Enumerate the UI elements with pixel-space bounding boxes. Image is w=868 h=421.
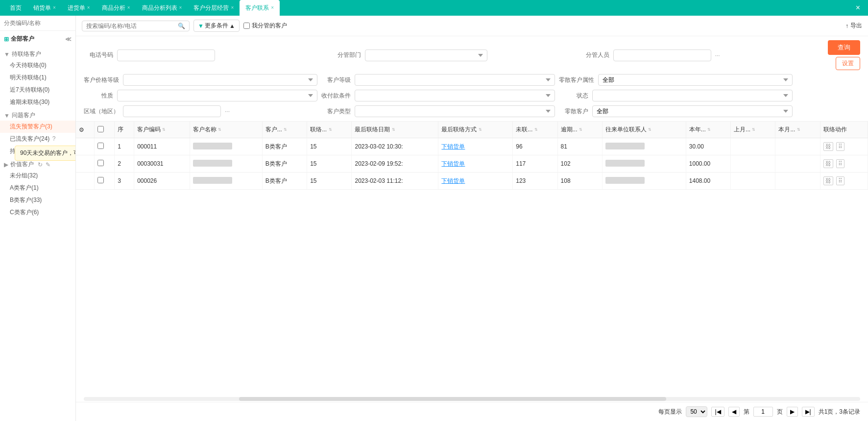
- sidebar-search-input[interactable]: [4, 20, 76, 26]
- col-last-month[interactable]: 上月... ⇅: [731, 122, 775, 138]
- search-input[interactable]: [86, 23, 178, 29]
- my-customers-check[interactable]: [243, 23, 250, 29]
- adv-select-scattered[interactable]: 全部: [592, 105, 793, 117]
- sidebar-item-class-a[interactable]: A类客户(1): [0, 182, 75, 194]
- adv-select-nature[interactable]: [117, 90, 317, 101]
- col-type[interactable]: 客户... ⇅: [262, 122, 307, 138]
- sort-icon-this-year: ⇅: [707, 127, 711, 132]
- sidebar-group-pending[interactable]: ▼ 待联络客户: [0, 47, 75, 59]
- edit-icon[interactable]: ✎: [46, 161, 50, 168]
- refresh-icon[interactable]: ↻: [38, 161, 43, 168]
- adv-label-price-level: 客户价格等级: [84, 76, 119, 84]
- col-contacts[interactable]: 往来单位联系人 ⇅: [602, 122, 686, 138]
- action-menu-icon-1[interactable]: ⠿: [836, 159, 844, 168]
- action-link-icon-1[interactable]: ⛓: [823, 159, 833, 168]
- adv-label-scattered-attr: 零散客户属性: [559, 76, 594, 84]
- tab-sales[interactable]: 销货单 ×: [27, 0, 62, 16]
- col-settings[interactable]: ⚙: [76, 122, 94, 138]
- first-page-button[interactable]: |◀: [711, 407, 724, 417]
- close-icon-sales[interactable]: ×: [53, 0, 56, 16]
- sidebar-item-overdue[interactable]: 逾期未联络(30): [0, 96, 75, 108]
- sidebar-all-customers[interactable]: ⊞ 全部客户 ≪: [0, 31, 75, 47]
- prev-page-button[interactable]: ◀: [728, 407, 740, 417]
- query-button[interactable]: 查询: [828, 40, 860, 55]
- sidebar-item-churn-warning[interactable]: 流失预警客户(3): [0, 121, 75, 133]
- col-overdue[interactable]: 逾期... ⇅: [557, 122, 602, 138]
- cell-last-method-1[interactable]: 下销货单: [438, 155, 513, 173]
- adv-select-price-level[interactable]: [123, 74, 317, 86]
- last-page-button[interactable]: ▶|: [802, 407, 815, 417]
- sidebar-item-class-b[interactable]: B类客户(33): [0, 194, 75, 206]
- export-button[interactable]: ↑ 导出: [845, 22, 862, 30]
- sidebar-all-customers-label: 全部客户: [11, 35, 34, 43]
- adv-select-status[interactable]: [592, 90, 793, 101]
- sidebar-item-7days[interactable]: 近7天待联络(0): [0, 84, 75, 96]
- content-area: 🔍 ▼ 更多条件 ▲ 我分管的客户 ↑ 导出 电话号码: [76, 16, 868, 421]
- tab-customer-layer[interactable]: 客户分层经营 ×: [188, 0, 240, 16]
- settings-button[interactable]: 设置: [836, 57, 860, 70]
- adv-input-manager[interactable]: [613, 50, 711, 61]
- cell-this-year-2: 1408.00: [686, 173, 730, 190]
- close-icon-analysis[interactable]: ×: [127, 0, 130, 16]
- adv-select-customer-level[interactable]: [355, 74, 555, 86]
- close-icon-purchase[interactable]: ×: [87, 0, 90, 16]
- close-icon-customer-layer[interactable]: ×: [231, 0, 234, 16]
- tab-customer-contact[interactable]: 客户联系 ×: [240, 0, 280, 16]
- row-checkbox-2[interactable]: [97, 177, 104, 183]
- my-customers-checkbox[interactable]: 我分管的客户: [243, 22, 287, 30]
- col-code[interactable]: 客户编码 ⇅: [134, 122, 190, 138]
- sidebar-item-today[interactable]: 今天待联络(0): [0, 59, 75, 72]
- action-link-icon-2[interactable]: ⛓: [823, 176, 833, 185]
- last-method-link-2[interactable]: 下销货单: [441, 177, 465, 184]
- sidebar-group-problem[interactable]: ▼ 问题客户: [0, 108, 75, 121]
- cell-checkbox-1[interactable]: [94, 155, 114, 173]
- region-dots-icon[interactable]: ···: [225, 108, 230, 115]
- col-contact[interactable]: 联络... ⇅: [307, 122, 352, 138]
- cell-checkbox-2[interactable]: [94, 173, 114, 190]
- page-number-input[interactable]: [753, 407, 773, 417]
- last-method-link-1[interactable]: 下销货单: [441, 160, 465, 167]
- adv-select-customer-type[interactable]: [355, 105, 555, 117]
- home-tab[interactable]: 首页: [4, 0, 27, 16]
- tab-analysis[interactable]: 商品分析 ×: [96, 0, 136, 16]
- row-checkbox-1[interactable]: [97, 160, 104, 166]
- per-page-select[interactable]: 50: [686, 406, 707, 417]
- more-conditions-button[interactable]: ▼ 更多条件 ▲: [193, 20, 240, 32]
- col-last-method[interactable]: 最后联络方式 ⇅: [438, 122, 513, 138]
- sidebar-item-class-c[interactable]: C类客户(6): [0, 206, 75, 219]
- sidebar-item-tomorrow[interactable]: 明天待联络(1): [0, 72, 75, 84]
- action-link-icon-0[interactable]: ⛓: [823, 142, 833, 151]
- col-this-year[interactable]: 本年... ⇅: [686, 122, 730, 138]
- sidebar-item-ungrouped[interactable]: 未分组(32): [0, 170, 75, 182]
- settings-icon[interactable]: ⚙: [79, 126, 84, 133]
- cell-checkbox-0[interactable]: [94, 138, 114, 155]
- next-page-button[interactable]: ▶: [787, 407, 798, 417]
- manager-dots-icon[interactable]: ···: [715, 52, 720, 59]
- close-window-button[interactable]: ×: [852, 3, 864, 12]
- col-last-date[interactable]: 最后联络日期 ⇅: [352, 122, 438, 138]
- col-unlinked[interactable]: 未联... ⇅: [513, 122, 557, 138]
- select-all-checkbox[interactable]: [97, 126, 104, 132]
- adv-select-dept[interactable]: [365, 50, 487, 61]
- tab-purchase[interactable]: 进货单 ×: [62, 0, 96, 16]
- adv-input-phone[interactable]: [117, 50, 215, 61]
- adv-select-scattered-attr[interactable]: 全部: [598, 74, 793, 86]
- adv-field-phone: 电话号码: [84, 50, 328, 61]
- tab-label-purchase: 进货单: [68, 0, 85, 16]
- action-menu-icon-2[interactable]: ⠿: [836, 176, 844, 185]
- search-button-icon[interactable]: 🔍: [178, 23, 185, 29]
- close-icon-analysis-list[interactable]: ×: [179, 0, 182, 16]
- col-this-month[interactable]: 本月... ⇅: [775, 122, 820, 138]
- cell-last-method-0[interactable]: 下销货单: [438, 138, 513, 155]
- more-conditions-label: 更多条件: [205, 22, 228, 30]
- row-checkbox-0[interactable]: [97, 143, 104, 149]
- sidebar-item-churned[interactable]: 已流失客户(24) ?: [0, 133, 75, 145]
- col-name[interactable]: 客户名称 ⇅: [190, 122, 262, 138]
- action-menu-icon-0[interactable]: ⠿: [836, 142, 844, 151]
- adv-select-payment[interactable]: [355, 90, 555, 101]
- cell-last-method-2[interactable]: 下销货单: [438, 173, 513, 190]
- close-icon-customer-contact[interactable]: ×: [271, 0, 274, 16]
- tab-analysis-list[interactable]: 商品分析列表 ×: [136, 0, 188, 16]
- adv-input-region[interactable]: [123, 105, 221, 117]
- last-method-link-0[interactable]: 下销货单: [441, 143, 465, 150]
